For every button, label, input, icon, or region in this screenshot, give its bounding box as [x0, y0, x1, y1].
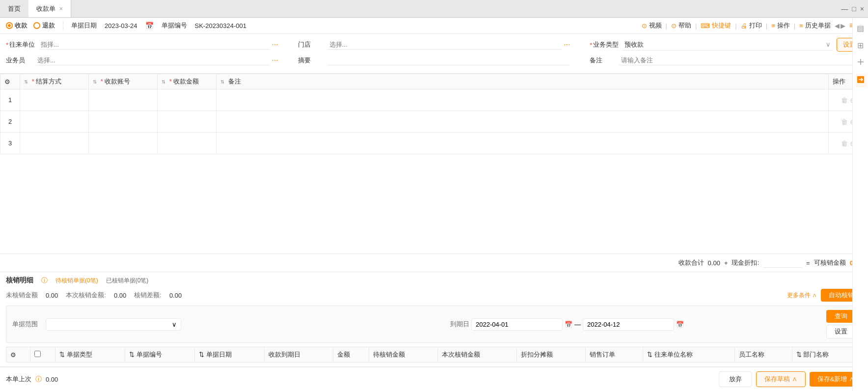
- date-to-input[interactable]: [583, 318, 674, 331]
- row-2-settle[interactable]: [20, 111, 89, 133]
- window-close-icon[interactable]: ×: [860, 5, 864, 13]
- form-area: * 往来单位 ··· 门店 ··· * 业务类型 预收款 ∨: [0, 34, 868, 74]
- discard-button[interactable]: 放弃: [719, 371, 752, 387]
- reconcile-stats: 未核销金额 0.00 本次核销金额: 0.00 核销差额: 0.00 更多条件 …: [6, 289, 862, 302]
- tab-done[interactable]: 已核销单据(0笔): [106, 277, 149, 285]
- row-2-num: 2: [0, 111, 20, 133]
- staff-more-icon[interactable]: ···: [271, 56, 278, 65]
- bt-col-current-label: 本次核销金额: [442, 351, 480, 358]
- table-gear-icon[interactable]: ⚙: [4, 78, 10, 85]
- staff-input[interactable]: [35, 56, 270, 65]
- toolbar-divider-1: [63, 21, 63, 30]
- tab-receipt[interactable]: 收款单 ×: [28, 0, 71, 17]
- row-2-delete-icon[interactable]: 🗑: [841, 118, 848, 126]
- row-1-amount[interactable]: [158, 89, 217, 111]
- sort-icon-3[interactable]: ⇅: [162, 79, 165, 84]
- bt-col-counterpart: ⇅ 往来单位名称: [643, 347, 734, 363]
- toolbar: 收款 退款 单据日期 2023-03-24 📅 单据编号 SK-20230324…: [0, 18, 868, 34]
- sidebar-icon-3[interactable]: [855, 56, 867, 70]
- toolbar-right: ⊙ 视频 | ⊙ 帮助 | ⌨ 快捷键 | 🖨 打印 | ≡ 操作: [642, 21, 862, 30]
- bt-gear-icon[interactable]: ⚙: [10, 351, 16, 359]
- operation-action[interactable]: ≡ 操作: [771, 21, 790, 30]
- sidebar-icon-1[interactable]: ▤: [855, 22, 866, 35]
- sort-icon[interactable]: ⇅: [24, 79, 28, 84]
- bt-col-sales-label: 销售订单: [590, 351, 615, 358]
- bt-col-type-label: 单据类型: [67, 351, 92, 358]
- store-more-icon[interactable]: ···: [564, 40, 570, 49]
- refund-radio[interactable]: 退款: [33, 21, 55, 30]
- row-3-note[interactable]: [217, 133, 829, 154]
- date-from-calendar-icon[interactable]: 📅: [565, 321, 572, 328]
- history-action[interactable]: ≡ 历史单据: [799, 21, 831, 30]
- shortcut-action[interactable]: ⌨ 快捷键: [701, 21, 731, 30]
- bt-col-dept: ⇅ 部门名称: [792, 347, 862, 363]
- sidebar-icon-2[interactable]: ⊞: [855, 39, 866, 52]
- staff-field: 业务员 ···: [6, 56, 278, 65]
- counterpart-more-icon[interactable]: ···: [271, 40, 278, 49]
- window-maximize-icon[interactable]: □: [852, 5, 856, 13]
- calendar-icon[interactable]: 📅: [145, 22, 154, 29]
- summary-input[interactable]: [327, 56, 570, 65]
- more-conditions-link[interactable]: 更多条件 ∧: [787, 291, 817, 300]
- window-minimize-icon[interactable]: —: [841, 5, 848, 13]
- footer-right: 放弃 保存草稿 ∧ 保存&新增 ∧: [719, 371, 862, 387]
- row-1-settle[interactable]: [20, 89, 89, 111]
- store-input[interactable]: [327, 40, 562, 50]
- col-account-label: 收款账号: [105, 78, 130, 85]
- row-3-amount[interactable]: [158, 133, 217, 154]
- discount-input[interactable]: [763, 258, 802, 268]
- operation-label: 操作: [777, 21, 790, 30]
- form-row-1: * 往来单位 ··· 门店 ··· * 业务类型 预收款 ∨: [6, 38, 862, 52]
- plus-sign: +: [724, 259, 728, 267]
- row-3-account[interactable]: [89, 133, 158, 154]
- reconcile-info-icon[interactable]: ⓘ: [41, 276, 48, 285]
- bt-select-all-checkbox[interactable]: [34, 351, 41, 357]
- receipt-radio[interactable]: 收款: [6, 21, 27, 30]
- nav-next-icon[interactable]: ▶: [841, 22, 845, 29]
- nav-prev-icon[interactable]: ◀: [835, 22, 840, 29]
- tab-pending[interactable]: 待核销单据(0笔): [55, 277, 98, 285]
- sidebar-icon-4[interactable]: [855, 74, 867, 87]
- row-2-account[interactable]: [89, 111, 158, 133]
- row-3-settle[interactable]: [20, 133, 89, 154]
- carry-over-info-icon[interactable]: ⓘ: [35, 375, 42, 384]
- table-row: 1 🗑 ⊕: [0, 89, 868, 111]
- remark-input[interactable]: [619, 56, 862, 65]
- row-1-account[interactable]: [89, 89, 158, 111]
- date-to-calendar-icon[interactable]: 📅: [676, 321, 684, 328]
- save-draft-button[interactable]: 保存草稿 ∧: [756, 371, 806, 387]
- bt-sort-5[interactable]: ⇅: [796, 351, 802, 358]
- help-action[interactable]: ⊙ 帮助: [671, 21, 691, 30]
- video-action[interactable]: ⊙ 视频: [642, 21, 662, 30]
- receipt-type-group: 收款 退款: [6, 21, 55, 30]
- filter-select[interactable]: ∨: [46, 318, 181, 331]
- query-button[interactable]: 查询: [826, 310, 856, 323]
- tab-home[interactable]: 首页: [0, 0, 28, 17]
- data-table: ⚙ ⇅ * 结算方式 ⇅ * 收款账号 ⇅ * 收款: [0, 74, 868, 154]
- bt-sort-3[interactable]: ⇅: [199, 351, 204, 358]
- row-2-amount[interactable]: [158, 111, 217, 133]
- print-action[interactable]: 🖨 打印: [741, 21, 762, 30]
- staff-label: 业务员: [6, 56, 35, 65]
- bt-sort-1[interactable]: ⇅: [59, 351, 65, 358]
- row-2-note[interactable]: [217, 111, 829, 133]
- bt-sort-2[interactable]: ⇅: [129, 351, 135, 358]
- col-header-gear[interactable]: ⚙: [0, 74, 20, 89]
- row-3-delete-icon[interactable]: 🗑: [841, 140, 848, 147]
- bt-col-checkbox[interactable]: [30, 347, 55, 363]
- bt-col-gear[interactable]: ⚙: [6, 347, 30, 363]
- bt-col-type: ⇅ 单据类型: [55, 347, 125, 363]
- business-type-select[interactable]: 预收款 ∨: [623, 39, 833, 51]
- number-value: SK-20230324-001: [195, 22, 247, 29]
- operation-icon: ≡: [771, 22, 775, 29]
- sort-icon-4[interactable]: ⇅: [220, 79, 224, 84]
- settings-button-2[interactable]: 设置: [826, 325, 856, 338]
- tab-close-icon[interactable]: ×: [59, 5, 63, 12]
- counterpart-input[interactable]: [39, 40, 270, 50]
- row-1-delete-icon[interactable]: 🗑: [841, 96, 848, 104]
- row-1-note[interactable]: [217, 89, 829, 111]
- sort-icon-2[interactable]: ⇅: [93, 79, 97, 84]
- date-from-input[interactable]: [471, 318, 563, 331]
- bt-sort-4[interactable]: ⇅: [647, 351, 652, 358]
- col-amount-label: 收款金额: [173, 78, 199, 85]
